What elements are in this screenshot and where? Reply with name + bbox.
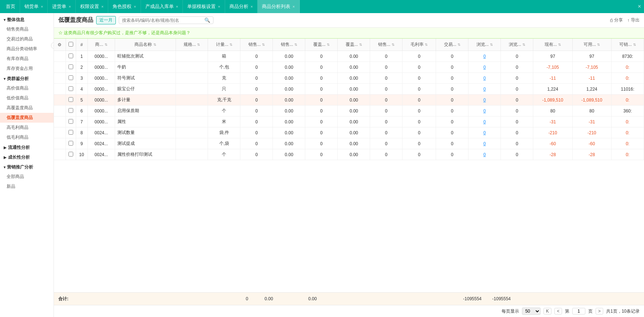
sidebar-item-stock-goods[interactable]: 有库存商品 bbox=[0, 54, 54, 64]
col-header-browse2[interactable]: 浏览... ⇅ bbox=[501, 39, 533, 51]
sidebar-item-capital[interactable]: 库存资金占用 bbox=[0, 64, 54, 74]
row-checkbox[interactable] bbox=[68, 130, 73, 135]
nav-tab-roles[interactable]: 角色授权 × bbox=[108, 0, 141, 13]
row-browse1[interactable]: 0 bbox=[468, 95, 501, 106]
row-browse1[interactable]: 0 bbox=[468, 138, 501, 149]
col-header-spec[interactable]: 规格... ⇅ bbox=[176, 39, 208, 51]
col-header-trade[interactable]: 交易... ⇅ bbox=[436, 39, 468, 51]
col-header-browse1[interactable]: 浏览... ⇅ bbox=[468, 39, 501, 51]
row-checkbox[interactable] bbox=[68, 141, 73, 146]
row-coverage1: 0 bbox=[305, 116, 338, 127]
row-checkbox[interactable] bbox=[68, 97, 73, 102]
row-browse1[interactable]: 0 bbox=[468, 84, 501, 95]
col-header-saleable[interactable]: 可销... ⇅ bbox=[611, 39, 644, 51]
row-available: 80 bbox=[572, 106, 611, 116]
row-checkbox[interactable] bbox=[68, 152, 73, 156]
nav-tab-home[interactable]: 首页 bbox=[1, 0, 20, 13]
col-header-coverage1[interactable]: 覆盖... ⇅ bbox=[305, 39, 338, 51]
next-page-button[interactable]: > bbox=[596, 308, 603, 314]
col-header-sales-count[interactable]: 销售... ⇅ bbox=[240, 39, 273, 51]
col-header-available[interactable]: 可用... ⇅ bbox=[572, 39, 611, 51]
row-check[interactable] bbox=[66, 73, 76, 84]
row-checkbox[interactable] bbox=[68, 108, 73, 113]
col-header-settings[interactable]: ⚙ bbox=[54, 39, 66, 51]
row-browse1[interactable]: 0 bbox=[468, 62, 501, 73]
sidebar-item-category-rate[interactable]: 商品分类动销率 bbox=[0, 44, 54, 54]
search-input[interactable] bbox=[122, 18, 204, 23]
sidebar-item-all-goods[interactable]: 全部商品 bbox=[0, 172, 54, 182]
sidebar-item-new-goods[interactable]: 新品 bbox=[0, 182, 54, 191]
row-checkbox[interactable] bbox=[68, 75, 73, 80]
row-check[interactable] bbox=[66, 138, 76, 149]
nav-tab-finished[interactable]: 产成品入库单 × bbox=[141, 0, 183, 13]
close-icon[interactable]: × bbox=[251, 4, 253, 9]
col-header-unit[interactable]: 计量... ⇅ bbox=[208, 39, 240, 51]
row-sales-x: 0 bbox=[370, 106, 402, 116]
nav-tab-sales[interactable]: 销货单 × bbox=[20, 0, 48, 13]
page-size-select[interactable]: 50 20 100 200 bbox=[522, 308, 541, 315]
time-filter-button[interactable]: 近一月 bbox=[96, 16, 116, 24]
row-browse1[interactable]: 0 bbox=[468, 127, 501, 138]
nav-tab-purchase[interactable]: 进货单 × bbox=[48, 0, 75, 13]
sidebar-item-traded-goods[interactable]: 交易过的商品 bbox=[0, 34, 54, 44]
row-browse1[interactable]: 0 bbox=[468, 106, 501, 116]
close-icon[interactable]: × bbox=[176, 4, 178, 9]
row-browse1[interactable]: 0 bbox=[468, 116, 501, 127]
sidebar-item-high-coverage[interactable]: 高覆盖度商品 bbox=[0, 103, 54, 113]
sidebar-item-high-profit[interactable]: 高毛利商品 bbox=[0, 123, 54, 132]
col-header-check[interactable] bbox=[66, 39, 76, 51]
sidebar-item-low-coverage[interactable]: 低覆盖度商品 bbox=[0, 113, 54, 123]
row-checkbox[interactable] bbox=[68, 64, 73, 69]
row-check[interactable] bbox=[66, 84, 76, 95]
col-header-sales-x[interactable]: 销售... ⇅ bbox=[370, 39, 402, 51]
close-icon[interactable]: × bbox=[41, 4, 43, 9]
row-checkbox[interactable] bbox=[68, 86, 73, 91]
nav-tab-analysis[interactable]: 商品分析 × bbox=[225, 0, 258, 13]
close-icon[interactable]: × bbox=[292, 4, 295, 9]
page-number-input[interactable] bbox=[572, 308, 585, 314]
row-current-stock: -60 bbox=[533, 138, 572, 149]
col-header-id[interactable]: 商... ⇅ bbox=[87, 39, 115, 51]
sidebar-item-high-value[interactable]: 高价值商品 bbox=[0, 83, 54, 93]
nav-tab-permissions[interactable]: 权限设置 × bbox=[76, 0, 108, 13]
sidebar-section-flow[interactable]: ▶ 流通性分析 bbox=[0, 142, 54, 152]
sidebar-section-overall[interactable]: ▾ 整体信息 bbox=[0, 15, 54, 24]
row-check[interactable] bbox=[66, 51, 76, 62]
close-icon[interactable]: × bbox=[134, 4, 136, 9]
close-all-button[interactable]: × bbox=[638, 3, 641, 10]
row-check[interactable] bbox=[66, 127, 76, 138]
row-browse1[interactable]: 0 bbox=[468, 73, 501, 84]
col-header-current-stock[interactable]: 现有... ⇅ bbox=[533, 39, 572, 51]
nav-tab-analysis-list[interactable]: 商品分析列表 × bbox=[258, 0, 299, 13]
col-header-name[interactable]: 商品名称 ⇅ bbox=[115, 39, 176, 51]
row-check[interactable] bbox=[66, 149, 76, 160]
row-check[interactable] bbox=[66, 62, 76, 73]
sidebar-item-sales-goods[interactable]: 销售类商品 bbox=[0, 24, 54, 34]
select-all-checkbox[interactable] bbox=[68, 42, 73, 47]
prev-page-button[interactable]: < bbox=[554, 308, 562, 314]
row-check[interactable] bbox=[66, 106, 76, 116]
row-check[interactable] bbox=[66, 95, 76, 106]
row-browse1[interactable]: 0 bbox=[468, 149, 501, 160]
col-header-gross[interactable]: 毛利率 ⇅ bbox=[402, 39, 436, 51]
close-icon[interactable]: × bbox=[101, 4, 103, 9]
close-icon[interactable]: × bbox=[218, 4, 220, 9]
row-checkbox[interactable] bbox=[68, 119, 73, 124]
sidebar-section-cluster[interactable]: ▾ 类群鉴分析 bbox=[0, 74, 54, 83]
first-page-button[interactable]: K bbox=[543, 308, 551, 314]
row-checkbox[interactable] bbox=[68, 54, 73, 58]
share-button[interactable]: ⎙ 分享 bbox=[610, 17, 623, 23]
row-saleable: 0: bbox=[611, 127, 644, 138]
sidebar-section-marketing[interactable]: ▾ 营销推广分析 bbox=[0, 162, 54, 172]
close-icon[interactable]: × bbox=[68, 4, 71, 9]
row-check[interactable] bbox=[66, 116, 76, 127]
row-gross-margin: 0 bbox=[402, 106, 436, 116]
row-browse1[interactable]: 0 bbox=[468, 51, 501, 62]
nav-tab-template[interactable]: 单据模板设置 × bbox=[183, 0, 225, 13]
sidebar-item-low-profit[interactable]: 低毛利商品 bbox=[0, 132, 54, 142]
export-button[interactable]: ↑ 导出 bbox=[627, 17, 640, 23]
sidebar-item-low-value[interactable]: 低价值商品 bbox=[0, 93, 54, 103]
col-header-sales-amount[interactable]: 销售... ⇅ bbox=[273, 39, 305, 51]
sidebar-section-growth[interactable]: ▶ 成长性分析 bbox=[0, 152, 54, 162]
col-header-coverage2[interactable]: 覆盖... ⇅ bbox=[338, 39, 370, 51]
